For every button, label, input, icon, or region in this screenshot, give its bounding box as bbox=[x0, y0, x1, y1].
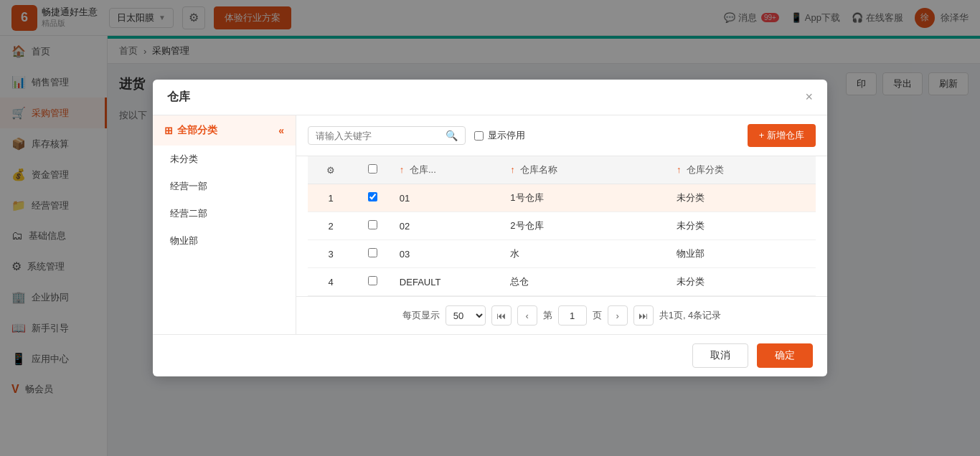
row-name: 2号仓库 bbox=[501, 212, 668, 240]
sort-icon-name: ↑ bbox=[510, 164, 515, 175]
sort-icon: ↑ bbox=[400, 164, 405, 175]
row-index: 3 bbox=[308, 240, 354, 268]
row-checkbox-cell[interactable] bbox=[354, 240, 390, 268]
row-cat: 物业部 bbox=[668, 240, 816, 268]
row-id: 02 bbox=[391, 212, 501, 240]
add-warehouse-button[interactable]: + 新增仓库 bbox=[748, 124, 816, 147]
table-row[interactable]: 3 03 水 物业部 bbox=[308, 240, 816, 268]
row-checkbox-cell[interactable] bbox=[354, 268, 390, 296]
warehouse-table: ⚙ ↑ 仓库... ↑ bbox=[308, 156, 816, 296]
table-row[interactable]: 2 02 2号仓库 未分类 bbox=[308, 212, 816, 240]
row-id: DEFAULT bbox=[391, 268, 501, 296]
cat-item-uncategorized[interactable]: 未分类 bbox=[153, 146, 296, 173]
cat-item-property[interactable]: 物业部 bbox=[153, 227, 296, 255]
table-row[interactable]: 1 01 1号仓库 未分类 bbox=[308, 184, 816, 212]
row-checkbox[interactable] bbox=[368, 220, 377, 229]
show-disabled-checkbox[interactable] bbox=[474, 131, 484, 141]
sort-icon-cat: ↑ bbox=[677, 164, 682, 175]
select-all-checkbox[interactable] bbox=[368, 164, 377, 174]
search-icon[interactable]: 🔍 bbox=[446, 130, 458, 141]
cancel-button[interactable]: 取消 bbox=[692, 343, 748, 368]
modal-body: ⊞ 全部分类 « 未分类 经营一部 经营二部 物业部 🔍 bbox=[153, 115, 827, 334]
modal-footer: 取消 确定 bbox=[153, 334, 827, 376]
last-page-button[interactable]: ⏭ bbox=[633, 305, 654, 326]
cat-item-dept1[interactable]: 经营一部 bbox=[153, 173, 296, 200]
all-categories-button[interactable]: ⊞ 全部分类 « bbox=[153, 115, 296, 146]
search-box: 🔍 bbox=[308, 126, 466, 145]
modal-overlay: 仓库 × ⊞ 全部分类 « 未分类 经营一部 经营二部 物业部 bbox=[0, 0, 980, 456]
row-checkbox[interactable] bbox=[368, 248, 377, 257]
collapse-icon[interactable]: « bbox=[278, 125, 284, 136]
page-number-input[interactable] bbox=[558, 305, 587, 326]
col-header-name[interactable]: ↑ 仓库名称 bbox=[501, 156, 668, 184]
modal-header: 仓库 × bbox=[153, 80, 827, 115]
warehouse-table-wrap: ⚙ ↑ 仓库... ↑ bbox=[296, 156, 827, 296]
cat-item-dept2[interactable]: 经营二部 bbox=[153, 200, 296, 227]
row-checkbox-cell[interactable] bbox=[354, 184, 390, 212]
next-page-button[interactable]: › bbox=[608, 305, 628, 326]
row-index: 2 bbox=[308, 212, 354, 240]
row-checkbox[interactable] bbox=[368, 276, 377, 285]
row-name: 水 bbox=[501, 240, 668, 268]
modal-close-button[interactable]: × bbox=[805, 90, 813, 105]
modal-toolbar: 🔍 显示停用 + 新增仓库 bbox=[296, 115, 827, 156]
row-id: 01 bbox=[391, 184, 501, 212]
col-header-checkbox[interactable] bbox=[354, 156, 390, 184]
search-input[interactable] bbox=[316, 130, 446, 141]
table-row[interactable]: 4 DEFAULT 总仓 未分类 bbox=[308, 268, 816, 296]
warehouse-modal: 仓库 × ⊞ 全部分类 « 未分类 经营一部 经营二部 物业部 bbox=[153, 80, 827, 376]
first-page-button[interactable]: ⏮ bbox=[491, 305, 512, 326]
category-sidebar: ⊞ 全部分类 « 未分类 经营一部 经营二部 物业部 bbox=[153, 115, 296, 334]
row-checkbox-cell[interactable] bbox=[354, 212, 390, 240]
col-header-id[interactable]: ↑ 仓库... bbox=[391, 156, 501, 184]
col-header-settings[interactable]: ⚙ bbox=[308, 156, 354, 184]
row-cat: 未分类 bbox=[668, 184, 816, 212]
row-cat: 未分类 bbox=[668, 268, 816, 296]
row-index: 4 bbox=[308, 268, 354, 296]
confirm-button[interactable]: 确定 bbox=[757, 343, 813, 368]
per-page-select[interactable]: 50 10 20 100 bbox=[446, 305, 486, 326]
col-header-cat[interactable]: ↑ 仓库分类 bbox=[668, 156, 816, 184]
grid-icon: ⊞ bbox=[164, 125, 173, 136]
row-name: 总仓 bbox=[501, 268, 668, 296]
row-checkbox[interactable] bbox=[368, 192, 377, 201]
row-cat: 未分类 bbox=[668, 212, 816, 240]
row-index: 1 bbox=[308, 184, 354, 212]
row-id: 03 bbox=[391, 240, 501, 268]
row-name: 1号仓库 bbox=[501, 184, 668, 212]
prev-page-button[interactable]: ‹ bbox=[517, 305, 537, 326]
pagination: 每页显示 50 10 20 100 ⏮ ‹ 第 页 › ⏭ 共1页, 4条记录 bbox=[296, 296, 827, 334]
show-disabled-checkbox-label[interactable]: 显示停用 bbox=[474, 129, 525, 142]
modal-title: 仓库 bbox=[167, 90, 190, 105]
modal-main-panel: 🔍 显示停用 + 新增仓库 ⚙ bbox=[296, 115, 827, 334]
